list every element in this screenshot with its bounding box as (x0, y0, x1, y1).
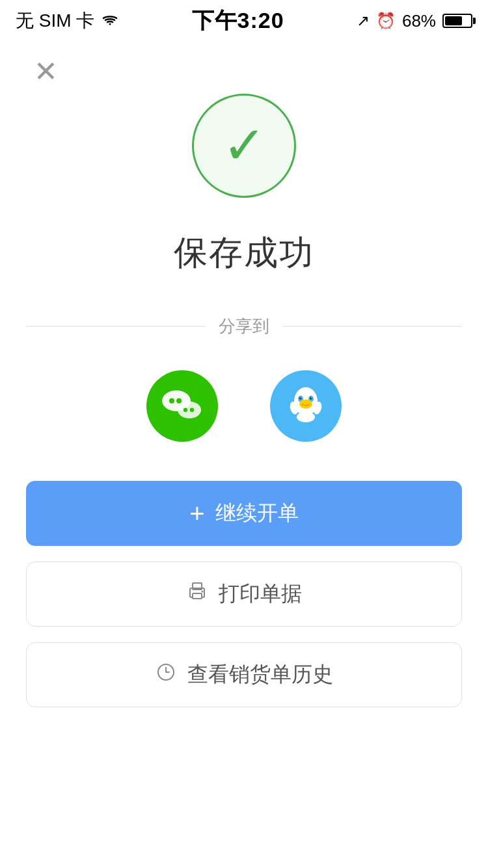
print-button[interactable]: 打印单据 (26, 562, 462, 627)
share-divider: 分享到 (0, 315, 488, 338)
svg-point-13 (299, 400, 312, 409)
battery-percent: 68% (402, 11, 436, 31)
svg-point-9 (299, 397, 302, 400)
svg-point-20 (202, 591, 204, 593)
svg-point-4 (183, 408, 187, 412)
carrier-info: 无 SIM 卡 (16, 8, 119, 33)
plus-icon: + (189, 499, 204, 528)
action-buttons: + 继续开单 打印单据 查看销货单历史 (0, 481, 488, 707)
share-icons-row (0, 370, 488, 442)
wifi-icon (101, 10, 119, 31)
continue-button[interactable]: + 继续开单 (26, 481, 462, 546)
history-label: 查看销货单历史 (187, 660, 333, 689)
battery-icon (442, 14, 472, 28)
history-icon (155, 661, 177, 688)
svg-point-10 (310, 397, 312, 400)
share-section: 分享到 (0, 315, 488, 442)
svg-point-1 (169, 398, 174, 403)
svg-point-3 (178, 401, 201, 418)
history-button[interactable]: 查看销货单历史 (26, 642, 462, 707)
status-bar: 无 SIM 卡 下午3:20 ↗ ⏰ 68% (0, 0, 488, 42)
print-label: 打印单据 (219, 580, 302, 608)
status-right-group: ↗ ⏰ 68% (357, 11, 472, 31)
svg-point-11 (301, 397, 302, 398)
checkmark-icon: ✓ (223, 120, 266, 172)
continue-label: 继续开单 (215, 499, 299, 528)
success-circle: ✓ (192, 94, 296, 198)
wechat-share-button[interactable] (146, 370, 218, 442)
svg-point-12 (311, 397, 312, 398)
location-icon: ↗ (357, 12, 370, 30)
svg-point-14 (297, 412, 315, 422)
status-time: 下午3:20 (192, 6, 284, 36)
main-content: ✓ 保存成功 分享到 (0, 42, 488, 707)
svg-rect-19 (193, 593, 202, 599)
divider-left (26, 326, 206, 327)
carrier-text: 无 SIM 卡 (16, 8, 94, 33)
success-title: 保存成功 (174, 230, 314, 276)
divider-right (282, 326, 462, 327)
svg-point-5 (190, 408, 194, 412)
alarm-icon: ⏰ (376, 12, 396, 30)
share-label: 分享到 (206, 315, 282, 338)
close-icon: ✕ (34, 57, 58, 86)
qq-share-button[interactable] (270, 370, 342, 442)
svg-point-2 (176, 398, 182, 403)
close-button[interactable]: ✕ (26, 52, 65, 91)
print-icon (186, 580, 208, 608)
